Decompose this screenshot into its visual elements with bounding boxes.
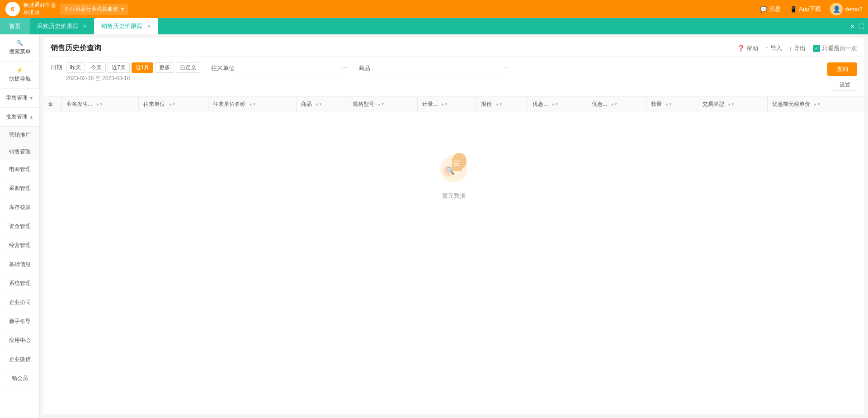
- svg-rect-4: [453, 163, 459, 164]
- th-unit-label: 计量...: [422, 101, 438, 107]
- only-last-toggle[interactable]: ✓ 只看最后一次: [813, 44, 857, 52]
- help-button[interactable]: ❓ 帮助: [737, 44, 758, 52]
- ecommerce-label: 电商管理: [9, 166, 31, 173]
- tab-purchase-history[interactable]: 采购历史价跟踪 ✕: [30, 18, 94, 34]
- only-last-label: 只看最后一次: [822, 44, 857, 52]
- account-dropdown[interactable]: 办公用品行业模拟账套 ▾: [60, 4, 128, 15]
- date-btn-more[interactable]: 更多: [155, 62, 174, 73]
- tab-sales-history[interactable]: 销售历史价跟踪 ✕: [94, 18, 158, 34]
- partner-dots-icon[interactable]: ···: [341, 64, 347, 72]
- partner-input[interactable]: [238, 62, 338, 73]
- th-discount1[interactable]: 优惠... ▲▼: [528, 97, 587, 112]
- wholesale-mgmt-label: 批发管理: [6, 113, 28, 121]
- tab-close-all-icon[interactable]: ✕: [850, 23, 855, 30]
- goods-filter-label: 商品: [359, 64, 370, 72]
- app-download-button[interactable]: 📱 App下载: [790, 5, 821, 13]
- export-icon: ↓: [789, 45, 793, 52]
- tab-bar-right: ✕ ⛶: [850, 18, 868, 34]
- app-download-label: App下载: [799, 5, 821, 13]
- th-partner-name[interactable]: 往来单位名称 ▲▼: [208, 97, 296, 112]
- chevron-down-icon: ▾: [121, 6, 124, 12]
- settings-button[interactable]: 设置: [833, 79, 857, 91]
- chevron-down-icon: ▼: [29, 95, 34, 100]
- tab-home[interactable]: 首页: [0, 18, 30, 34]
- th-pre-tax-price[interactable]: 优惠前无税单价 ▲▼: [767, 97, 864, 112]
- sidebar-item-inventory[interactable]: 库存核算: [0, 198, 39, 217]
- sort-icon: ▲▼: [96, 103, 103, 106]
- export-button[interactable]: ↓ 导出: [789, 44, 806, 52]
- tab-maximize-icon[interactable]: ⛶: [859, 23, 864, 30]
- table-header: ⚙ 业务发生... ▲▼ 往来单位 ▲▼ 往来单位名称: [43, 97, 864, 112]
- sort-icon: ▲▼: [441, 103, 448, 106]
- sort-icon: ▲▼: [552, 103, 559, 106]
- sidebar-item-enterprise-wx[interactable]: 企业微信: [0, 350, 39, 369]
- message-button[interactable]: 💬 消息: [760, 5, 781, 13]
- date-buttons: 昨天 今天 近7天 近1月 更多 自定义: [66, 62, 200, 73]
- user-menu[interactable]: 👤 demo2: [830, 3, 863, 15]
- th-trade-type-label: 交易类型: [703, 101, 724, 107]
- date-filter-label: 日期: [51, 63, 62, 71]
- th-partner-code-label: 往来单位: [143, 101, 165, 107]
- date-btn-1month[interactable]: 近1月: [132, 62, 154, 73]
- table-area: ⚙ 业务发生... ▲▼ 往来单位 ▲▼ 往来单位名称: [43, 97, 864, 414]
- sidebar-item-enterprise[interactable]: 企业协同: [0, 293, 39, 312]
- sort-icon: ▲▼: [813, 103, 821, 106]
- sort-icon: ▲▼: [665, 103, 672, 106]
- import-button[interactable]: ↑ 导入: [765, 44, 782, 52]
- date-range-text: 2023-02-18 至 2023-03-18: [66, 75, 200, 82]
- sidebar-item-operations[interactable]: 经营管理: [0, 236, 39, 255]
- svg-text:🔍: 🔍: [446, 166, 455, 175]
- data-table: ⚙ 业务发生... ▲▼ 往来单位 ▲▼ 往来单位名称: [43, 97, 864, 112]
- sidebar-item-basic-info[interactable]: 基础信息: [0, 255, 39, 274]
- checkbox-icon: ✓: [813, 45, 820, 52]
- date-btn-today[interactable]: 今天: [87, 62, 106, 73]
- page-actions: ❓ 帮助 ↑ 导入 ↓ 导出 ✓ 只看最后一次: [737, 44, 857, 52]
- sidebar-item-quick-nav[interactable]: ⚡ 快捷导航: [0, 62, 39, 89]
- tab-purchase-close-icon[interactable]: ✕: [83, 24, 87, 29]
- date-btn-yesterday[interactable]: 昨天: [66, 62, 85, 73]
- th-quantity[interactable]: 数量 ▲▼: [646, 97, 698, 112]
- tab-sales-close-icon[interactable]: ✕: [147, 24, 151, 29]
- logo-line1: 畅捷通好生意: [24, 2, 56, 9]
- sidebar-item-app-center[interactable]: 应用中心: [0, 331, 39, 350]
- newcomer-label: 新手引导: [9, 318, 31, 325]
- query-button[interactable]: 查询: [827, 62, 857, 76]
- sidebar-item-ecommerce[interactable]: 电商管理: [0, 160, 39, 179]
- th-goods[interactable]: 商品 ▲▼: [296, 97, 348, 112]
- page-container: 销售历史价查询 ❓ 帮助 ↑ 导入 ↓ 导出 ✓: [43, 38, 864, 414]
- th-discount2[interactable]: 优惠... ▲▼: [587, 97, 646, 112]
- sidebar-item-membership[interactable]: 畅会员: [0, 369, 39, 388]
- sidebar-item-wholesale-mgmt[interactable]: 批发管理 ▲: [0, 108, 39, 127]
- finance-label: 资金管理: [9, 223, 31, 230]
- sort-icon: ▲▼: [727, 103, 735, 106]
- th-spec[interactable]: 规格型号 ▲▼: [348, 97, 417, 112]
- goods-dots-icon[interactable]: ···: [504, 64, 510, 72]
- sidebar-item-finance[interactable]: 资金管理: [0, 217, 39, 236]
- th-quote-price-label: 报价: [481, 101, 492, 107]
- sidebar-item-sales-mgmt[interactable]: 销售管理: [0, 143, 39, 160]
- import-icon: ↑: [765, 45, 769, 52]
- date-btn-7days[interactable]: 近7天: [108, 62, 130, 73]
- sort-icon: ▲▼: [315, 103, 322, 106]
- filter-area: 日期 昨天 今天 近7天 近1月 更多 自定义 2023-02-18 至 202…: [43, 57, 864, 97]
- th-spec-label: 规格型号: [353, 101, 374, 107]
- th-partner-code[interactable]: 往来单位 ▲▼: [139, 97, 208, 112]
- goods-input[interactable]: [374, 62, 500, 73]
- sidebar-item-system[interactable]: 系统管理: [0, 274, 39, 293]
- th-partner-name-label: 往来单位名称: [213, 101, 245, 107]
- sidebar-item-purchase-mgmt[interactable]: 采购管理: [0, 179, 39, 198]
- th-unit[interactable]: 计量... ▲▼: [417, 97, 476, 112]
- date-btn-custom[interactable]: 自定义: [176, 62, 200, 73]
- th-quote-price[interactable]: 报价 ▲▼: [476, 97, 528, 112]
- sidebar-item-marketing[interactable]: 营销推广: [0, 127, 39, 143]
- sidebar-item-retail-mgmt[interactable]: 零售管理 ▼: [0, 89, 39, 108]
- th-goods-label: 商品: [301, 101, 312, 107]
- th-trade-type[interactable]: 交易类型 ▲▼: [698, 97, 767, 112]
- th-biz-date[interactable]: 业务发生... ▲▼: [61, 97, 139, 112]
- logo-icon: 6: [5, 2, 20, 16]
- inventory-label: 库存核算: [9, 204, 31, 211]
- logo-line2: 标准版: [24, 9, 56, 16]
- sidebar-item-newcomer[interactable]: 新手引导: [0, 312, 39, 331]
- th-settings[interactable]: ⚙: [43, 97, 61, 112]
- sidebar-item-search-menu[interactable]: 🔍 搜索菜单: [0, 34, 39, 62]
